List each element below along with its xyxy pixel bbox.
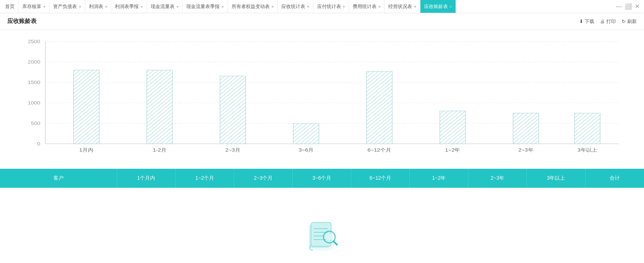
tab-close-operations[interactable]: ×	[414, 4, 416, 9]
bar-1-2月	[147, 70, 172, 144]
svg-text:0: 0	[37, 141, 40, 146]
svg-text:1500: 1500	[28, 80, 40, 85]
svg-text:1000: 1000	[28, 100, 40, 106]
tab-balance[interactable]: 资产负债表 ×	[49, 0, 85, 13]
tab-bar: 首页 库存核算 × 资产负债表 × 利润表 × 利润表季报 × 现金流量表 × …	[0, 0, 644, 13]
bar-1-2年	[440, 111, 465, 144]
tab-cashflow[interactable]: 现金流量表 ×	[147, 0, 183, 13]
bar-2-3年	[513, 113, 539, 144]
svg-point-30	[326, 233, 333, 241]
tab-profit[interactable]: 利润表 ×	[85, 0, 111, 13]
svg-text:2000: 2000	[28, 60, 40, 65]
bar-chart-svg: 2500 2000 1500 1000 500 0	[15, 37, 629, 165]
empty-icon-svg	[302, 213, 342, 254]
tab-close-equity[interactable]: ×	[272, 4, 274, 9]
tab-home[interactable]: 首页	[1, 0, 19, 13]
bar-3-6月	[293, 123, 319, 144]
print-icon: 🖨	[600, 19, 605, 24]
window-controls: — ⬜ ✕	[616, 3, 643, 10]
svg-text:1月内: 1月内	[79, 147, 94, 152]
svg-text:6~12个月: 6~12个月	[367, 147, 391, 152]
tab-ar-stat[interactable]: 应收统计表 ×	[278, 0, 313, 13]
tab-ap-stat[interactable]: 应付统计表 ×	[314, 0, 349, 13]
col-3-6month: 3~6个月	[293, 169, 351, 188]
tab-close-profit[interactable]: ×	[105, 4, 107, 9]
tab-cashflow-quarterly[interactable]: 现金流量表季报 ×	[183, 0, 228, 13]
tab-inventory[interactable]: 库存核算 ×	[19, 0, 49, 13]
svg-text:1-2月: 1-2月	[153, 147, 166, 152]
svg-text:500: 500	[31, 121, 40, 126]
tab-equity[interactable]: 所有者权益变动表 ×	[228, 0, 278, 13]
bar-2-3月	[220, 76, 246, 144]
main-content: 2500 2000 1500 1000 500 0	[0, 30, 644, 263]
tab-operations[interactable]: 经营状况表 ×	[385, 0, 420, 13]
download-icon: ⬇	[579, 19, 583, 24]
svg-text:3年以上: 3年以上	[577, 147, 597, 152]
svg-text:2~3年: 2~3年	[518, 147, 533, 152]
download-button[interactable]: ⬇ 下载	[579, 18, 594, 25]
svg-text:2~3月: 2~3月	[225, 147, 240, 152]
refresh-button[interactable]: ↻ 刷新	[622, 18, 637, 25]
bar-6-12月	[367, 71, 392, 144]
svg-line-31	[333, 241, 337, 245]
tab-close-ap-stat[interactable]: ×	[343, 4, 345, 9]
tab-ar-aging[interactable]: 应收账龄表 ×	[420, 0, 456, 13]
tab-close-profit-quarterly[interactable]: ×	[141, 4, 143, 9]
table-header: 客户 1个月内 1~2个月 2~3个月 3~6个月 6~12个月 1~2年 2~…	[0, 169, 644, 188]
col-total: 合计	[585, 169, 644, 188]
print-button[interactable]: 🖨 打印	[600, 18, 616, 25]
tab-close-balance[interactable]: ×	[79, 4, 81, 9]
col-1month: 1个月内	[117, 169, 176, 188]
tab-close-inventory[interactable]: ×	[43, 4, 45, 9]
tab-close-ar-aging[interactable]: ×	[450, 4, 452, 9]
refresh-icon: ↻	[622, 19, 626, 24]
tab-profit-quarterly[interactable]: 利润表季报 ×	[111, 0, 147, 13]
empty-state	[0, 188, 644, 261]
chart-area: 2500 2000 1500 1000 500 0	[0, 30, 644, 169]
page-header: 应收账龄表 ⬇ 下载 🖨 打印 ↻ 刷新	[0, 13, 644, 30]
tab-close-cashflow[interactable]: ×	[176, 4, 179, 9]
col-6-12month: 6~12个月	[351, 169, 410, 188]
bar-1月内	[74, 70, 99, 144]
svg-text:1~2年: 1~2年	[445, 147, 460, 152]
col-customer: 客户	[0, 169, 117, 188]
svg-text:2500: 2500	[28, 39, 40, 44]
close-button[interactable]: ✕	[635, 3, 640, 10]
tab-expense-stat[interactable]: 费用统计表 ×	[349, 0, 385, 13]
tab-close-expense-stat[interactable]: ×	[378, 4, 381, 9]
col-1-2year: 1~2年	[410, 169, 468, 188]
minimize-button[interactable]: —	[616, 3, 622, 10]
col-2-3month: 2~3个月	[234, 169, 293, 188]
tab-close-ar-stat[interactable]: ×	[307, 4, 309, 9]
page-title: 应收账龄表	[7, 18, 37, 25]
col-1-2month: 1~2个月	[176, 169, 234, 188]
bar-3年以上	[574, 113, 600, 144]
page-actions: ⬇ 下载 🖨 打印 ↻ 刷新	[579, 18, 637, 25]
empty-illustration	[302, 202, 342, 254]
maximize-button[interactable]: ⬜	[625, 3, 632, 10]
col-2-3year: 2~3年	[468, 169, 527, 188]
tab-close-cashflow-quarterly[interactable]: ×	[221, 4, 224, 9]
svg-text:3~6月: 3~6月	[299, 147, 314, 152]
col-3yearplus: 3年以上	[527, 169, 585, 188]
